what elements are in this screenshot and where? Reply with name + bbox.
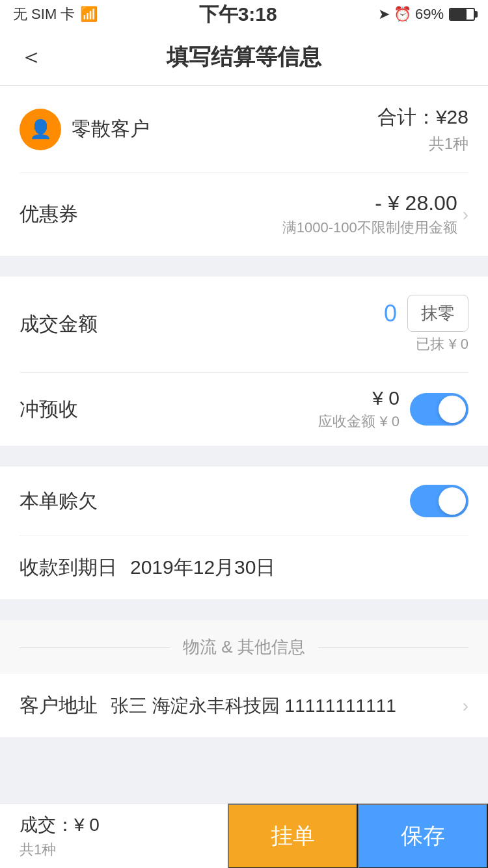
page-title: 填写结算等信息 [167,42,321,72]
advance-main-amount: ¥ 0 [318,387,400,409]
address-card: 客户地址 张三 海淀永丰科技园 11111111111 › [0,674,488,737]
debt-row: 本单赊欠 [0,467,488,536]
bottom-deal-row: 成交：¥ 0 [20,813,208,837]
section-sep-2 [0,456,488,467]
deal-amount-input[interactable]: 0 [371,300,397,327]
customer-right: 合计：¥28 共1种 [377,104,468,154]
coupon-value: - ¥ 28.00 [282,191,457,215]
advance-toggle[interactable] [410,393,468,426]
round-zero-button[interactable]: 抹零 [407,295,468,332]
coupon-label: 优惠券 [20,201,78,228]
advance-toggle-knob [439,396,466,423]
back-button[interactable]: ＜ [20,41,43,73]
advance-right: ¥ 0 应收金额 ¥ 0 [318,387,468,431]
deal-amount-row: 成交金额 0 抹零 已抹 ¥ 0 [0,277,488,372]
bottom-deal-amount: ¥ 0 [74,815,100,835]
wifi-icon: 📶 [80,6,98,23]
status-right: ➤ ⏰ 69% [378,6,475,23]
location-icon: ➤ [378,6,390,23]
hang-button[interactable]: 挂单 [228,804,358,869]
bottom-summary: 成交：¥ 0 共1种 [0,813,228,860]
logistics-section: 物流 & 其他信息 [0,620,488,674]
debt-card: 本单赊欠 收款到期日 2019年12月30日 [0,467,488,599]
customer-row: 👤 零散客户 合计：¥28 共1种 [0,86,488,172]
advance-amounts: ¥ 0 应收金额 ¥ 0 [318,387,400,431]
status-bar: 无 SIM 卡 📶 下午3:18 ➤ ⏰ 69% [0,0,488,29]
battery-percent: 69% [415,6,444,23]
nav-bar: ＜ 填写结算等信息 [0,29,488,86]
content: 👤 零散客户 合计：¥28 共1种 优惠券 - ¥ 28.00 满1000-10… [0,86,488,826]
due-date-value[interactable]: 2019年12月30日 [130,554,275,581]
save-button[interactable]: 保存 [358,804,488,869]
address-chevron-icon: › [463,696,468,716]
coupon-row[interactable]: 优惠券 - ¥ 28.00 满1000-100不限制使用金额 › [0,173,488,256]
coupon-amount: - ¥ 28.00 满1000-100不限制使用金额 [282,191,457,237]
deal-amount-right: 0 抹零 已抹 ¥ 0 [371,295,468,354]
logistics-title: 物流 & 其他信息 [170,636,318,658]
avatar-icon: 👤 [29,118,52,140]
advance-label: 冲预收 [20,396,78,423]
chevron-right-icon: › [463,204,468,225]
total-count: 共1种 [377,133,468,154]
deal-amount-card: 成交金额 0 抹零 已抹 ¥ 0 冲预收 ¥ 0 应收金额 ¥ 0 [0,277,488,446]
logistics-header: 物流 & 其他信息 [0,620,488,674]
bottom-bar: 成交：¥ 0 共1种 挂单 保存 [0,803,488,868]
advance-sub-text: 应收金额 ¥ 0 [318,412,400,431]
customer-name: 零散客户 [72,116,150,142]
bottom-count: 共1种 [20,840,208,860]
status-time: 下午3:18 [199,1,277,28]
status-left: 无 SIM 卡 📶 [13,5,98,24]
sim-label: 无 SIM 卡 [13,5,75,24]
total-amount: 合计：¥28 [377,104,468,131]
due-date-row: 收款到期日 2019年12月30日 [0,536,488,599]
deal-amount-label: 成交金额 [20,311,98,338]
address-value: 张三 海淀永丰科技园 11111111111 [111,694,463,718]
address-label: 客户地址 [20,692,98,719]
avatar: 👤 [20,109,61,150]
bottom-deal-label: 成交： [20,815,74,835]
section-sep-3 [0,610,488,620]
customer-card: 👤 零散客户 合计：¥28 共1种 优惠券 - ¥ 28.00 满1000-10… [0,86,488,256]
debt-toggle-knob [439,487,466,515]
debt-label: 本单赊欠 [20,488,98,515]
address-row[interactable]: 客户地址 张三 海淀永丰科技园 11111111111 › [0,674,488,737]
alarm-icon: ⏰ [394,6,411,23]
coupon-desc: 满1000-100不限制使用金额 [282,218,457,237]
battery-icon [449,8,475,21]
customer-left: 👤 零散客户 [20,109,150,150]
advance-row: 冲预收 ¥ 0 应收金额 ¥ 0 [0,373,488,446]
coupon-right: - ¥ 28.00 满1000-100不限制使用金额 › [282,191,468,237]
deal-amount-input-row: 0 抹零 [371,295,468,332]
deal-amount-sub: 已抹 ¥ 0 [416,334,468,354]
due-date-label: 收款到期日 [20,554,117,581]
debt-toggle[interactable] [410,485,468,517]
section-sep-1 [0,266,488,277]
